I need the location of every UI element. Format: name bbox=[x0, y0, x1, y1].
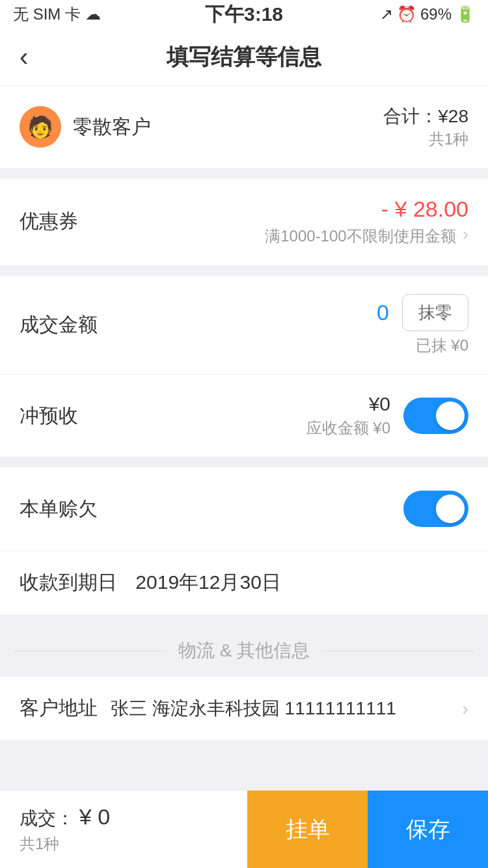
coupon-row[interactable]: 优惠券 - ¥ 28.00 满1000-100不限制使用金额 › bbox=[0, 178, 488, 265]
customer-total: 合计：¥28 bbox=[383, 104, 468, 129]
precollect-receivable: 应收金额 ¥0 bbox=[78, 418, 390, 439]
battery-level: 69% bbox=[420, 5, 452, 23]
precollect-label: 冲预收 bbox=[20, 403, 78, 429]
address-chevron-icon: › bbox=[462, 698, 468, 720]
alarm-icon: ⏰ bbox=[397, 5, 416, 23]
battery-icon: 🔋 bbox=[455, 5, 475, 23]
bottom-deal-amount: ¥ 0 bbox=[79, 804, 110, 829]
logistics-text: 物流 & 其他信息 bbox=[178, 638, 310, 663]
address-label: 客户地址 bbox=[20, 695, 98, 722]
debt-toggle[interactable] bbox=[403, 491, 468, 527]
debt-label: 本单赊欠 bbox=[20, 496, 98, 522]
duedate-value: 2019年12月30日 bbox=[135, 571, 280, 593]
bottom-deal-label: 成交： bbox=[20, 808, 74, 828]
bottom-info: 成交： ¥ 0 共1种 bbox=[0, 804, 247, 854]
precollect-center: ¥0 应收金额 ¥0 bbox=[78, 393, 390, 439]
nav-title: 填写结算等信息 bbox=[167, 42, 321, 72]
transaction-right: 0 抹零 已抹 ¥0 bbox=[377, 294, 468, 356]
duedate-label: 收款到期日 bbox=[20, 571, 117, 593]
coupon-amount: - ¥ 28.00 bbox=[265, 197, 468, 222]
bottom-count: 共1种 bbox=[20, 834, 228, 854]
logistics-divider: 物流 & 其他信息 bbox=[0, 625, 488, 677]
transaction-amount: 0 bbox=[377, 300, 389, 325]
customer-name: 零散客户 bbox=[73, 114, 151, 141]
transaction-section: 成交金额 0 抹零 已抹 ¥0 冲预收 ¥0 应收金额 ¥0 bbox=[0, 275, 488, 457]
duedate-row[interactable]: 收款到期日 2019年12月30日 bbox=[0, 550, 488, 614]
debt-row: 本单赊欠 bbox=[0, 467, 488, 550]
status-bar-right: ↗ ⏰ 69% 🔋 bbox=[380, 5, 475, 23]
hang-button[interactable]: 挂单 bbox=[247, 791, 368, 869]
bottom-deal-row: 成交： ¥ 0 bbox=[20, 804, 228, 831]
customer-right: 合计：¥28 共1种 bbox=[383, 104, 468, 150]
transaction-label: 成交金额 bbox=[20, 312, 98, 338]
customer-row: 🧑 零散客户 合计：¥28 共1种 bbox=[0, 86, 488, 168]
location-icon: ↗ bbox=[380, 5, 393, 23]
bottom-bar: 成交： ¥ 0 共1种 挂单 保存 bbox=[0, 790, 488, 868]
status-bar-time: 下午3:18 bbox=[205, 1, 283, 28]
precollect-amount: ¥0 bbox=[78, 393, 390, 415]
customer-left: 🧑 零散客户 bbox=[20, 106, 151, 148]
status-bar-left: 无 SIM 卡 ☁ bbox=[13, 4, 101, 25]
coupon-label: 优惠券 bbox=[20, 208, 78, 235]
address-section: 客户地址 张三 海淀永丰科技园 11111111111 › bbox=[0, 677, 488, 740]
transaction-row: 成交金额 0 抹零 已抹 ¥0 bbox=[0, 275, 488, 374]
nav-bar: ‹ 填写结算等信息 bbox=[0, 29, 488, 86]
coupon-desc: 满1000-100不限制使用金额 bbox=[265, 226, 455, 247]
customer-section: 🧑 零散客户 合计：¥28 共1种 bbox=[0, 86, 488, 168]
customer-count: 共1种 bbox=[383, 129, 468, 150]
precollect-row: 冲预收 ¥0 应收金额 ¥0 bbox=[0, 374, 488, 457]
sim-status: 无 SIM 卡 ☁ bbox=[13, 4, 101, 25]
round-button[interactable]: 抹零 bbox=[402, 294, 468, 331]
save-button[interactable]: 保存 bbox=[368, 791, 488, 869]
logistics-line-right bbox=[323, 651, 475, 651]
logistics-line-left bbox=[13, 651, 165, 651]
status-bar: 无 SIM 卡 ☁ 下午3:18 ↗ ⏰ 69% 🔋 bbox=[0, 0, 488, 29]
avatar: 🧑 bbox=[20, 106, 61, 148]
address-row[interactable]: 客户地址 张三 海淀永丰科技园 11111111111 › bbox=[0, 677, 488, 740]
address-value: 张三 海淀永丰科技园 11111111111 bbox=[111, 696, 462, 721]
precollect-toggle[interactable] bbox=[403, 398, 468, 434]
back-button[interactable]: ‹ bbox=[20, 42, 28, 72]
coupon-value: - ¥ 28.00 满1000-100不限制使用金额 › bbox=[265, 197, 468, 247]
avatar-icon: 🧑 bbox=[27, 115, 53, 139]
coupon-section: 优惠券 - ¥ 28.00 满1000-100不限制使用金额 › bbox=[0, 178, 488, 265]
already-rounded: 已抹 ¥0 bbox=[377, 335, 468, 356]
coupon-chevron-icon: › bbox=[463, 224, 468, 245]
debt-section: 本单赊欠 收款到期日 2019年12月30日 bbox=[0, 467, 488, 614]
